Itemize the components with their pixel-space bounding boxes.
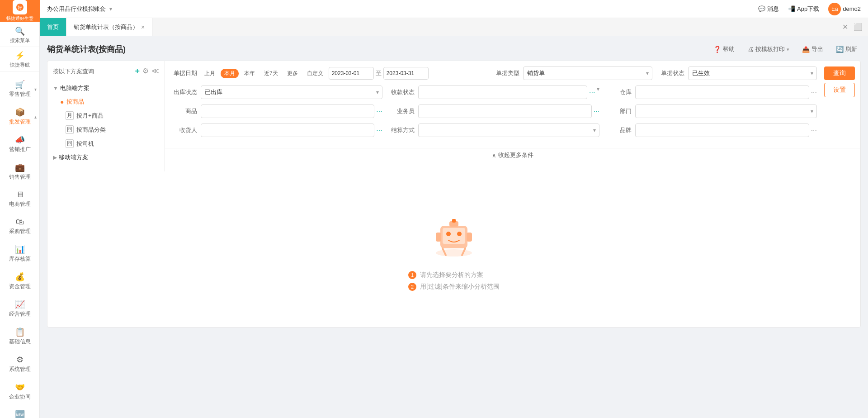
help-icon: ❓ <box>713 46 721 53</box>
message-label: 消息 <box>767 5 779 13</box>
sidebar-item-label: 零售管理 <box>9 90 31 98</box>
brand-more-icon[interactable]: ··· <box>811 126 817 134</box>
payment-label: 收款状态 <box>390 88 415 96</box>
topbar-arrow[interactable]: ▾ <box>109 6 112 12</box>
date-tab-this-month[interactable]: 本月 <box>221 69 239 78</box>
type-dropdown-wrapper: ▾ <box>523 66 652 80</box>
product-more-icon[interactable]: ··· <box>376 107 382 115</box>
app-download-btn[interactable]: 📲 App下载 <box>788 5 819 13</box>
sidebar-item-sales[interactable]: 💼 销售管理 <box>0 158 39 185</box>
sales-more-icon[interactable]: ··· <box>594 107 599 115</box>
date-tab-more[interactable]: 更多 <box>283 69 302 78</box>
message-btn[interactable]: 💬 消息 <box>758 5 779 13</box>
mobile-group-header[interactable]: ▶ 移动端方案 <box>47 151 165 164</box>
brand-input[interactable] <box>635 124 809 137</box>
type-dropdown[interactable] <box>523 66 652 80</box>
collapse-sidebar-btn[interactable]: ≪ <box>151 66 159 76</box>
action-buttons: 查询 设置 <box>824 61 860 148</box>
desktop-group-label: 电脑端方案 <box>60 84 90 92</box>
app-name: 畅捷通好生意 <box>6 15 33 22</box>
payment-method-dropdown[interactable] <box>418 124 600 137</box>
date-tab-7days[interactable]: 近7天 <box>260 69 282 78</box>
tab-home[interactable]: 首页 <box>40 18 66 36</box>
refresh-btn[interactable]: 🔄 刷新 <box>832 43 861 55</box>
sidebar-quick-nav[interactable]: ⚡ 快捷导航 <box>0 47 39 71</box>
receiver-more-icon[interactable]: ··· <box>376 126 382 134</box>
brand-label: 品牌 <box>607 126 632 134</box>
tab-close-btn[interactable]: × <box>141 24 145 30</box>
svg-rect-10 <box>467 233 472 242</box>
tip-num-2: 2 <box>408 283 416 291</box>
tab-sales-stats[interactable]: 销货单统计表（按商品） × <box>66 18 152 36</box>
sidebar-item-corp[interactable]: 🤝 企业协同 <box>0 378 39 405</box>
date-tab-this-year[interactable]: 本年 <box>241 69 259 78</box>
filter-subitem-by-machine[interactable]: 回 按司机 <box>47 137 165 151</box>
status-dropdown[interactable] <box>688 66 817 80</box>
help-btn[interactable]: ❓ 帮助 <box>710 43 738 55</box>
mobile-group-label: 移动端方案 <box>59 153 88 162</box>
sidebar-item-basic[interactable]: 📋 基础信息 <box>0 323 39 350</box>
sidebar-search[interactable]: 🔍 搜索菜单 <box>0 22 39 47</box>
date-from-input[interactable] <box>329 67 374 80</box>
user-avatar: Ea <box>828 3 841 15</box>
sidebar-item-inventory[interactable]: 📊 库存核算 <box>0 240 39 267</box>
export-btn[interactable]: 📤 导出 <box>798 43 827 55</box>
template-print-btn[interactable]: 🖨 按模板打印 ▾ <box>744 43 793 55</box>
app-download-label: App下载 <box>797 5 819 13</box>
filter-row-1: 单据日期 上月 本月 本年 近7天 更多 自定义 <box>172 66 817 80</box>
sidebar-item-label: 企业协同 <box>9 393 31 401</box>
desktop-group-header[interactable]: ▼ 电脑端方案 <box>47 81 165 95</box>
sidebar-item-finance[interactable]: 💰 资金管理 <box>0 267 39 295</box>
sidebar-item-marketing[interactable]: 📣 营销推广 <box>0 130 39 158</box>
item-circle-icon: ● <box>60 98 64 105</box>
topbar-title: 办公用品行业模拟账套 <box>47 5 106 13</box>
sidebar-item-guide[interactable]: 🆕 新手引导 <box>0 405 39 418</box>
collapse-bar[interactable]: ∧ 收起更多条件 <box>165 148 860 162</box>
month-icon: 月 <box>66 111 74 120</box>
date-range-picker: 上月 本月 本年 近7天 更多 自定义 至 <box>201 67 487 80</box>
add-scheme-btn[interactable]: + <box>135 66 140 76</box>
svg-point-5 <box>446 232 451 236</box>
panel-body: 按以下方案查询 + ⚙ ≪ ▼ 电脑端方案 <box>47 61 860 171</box>
dept-dropdown[interactable] <box>635 104 817 118</box>
sidebar-item-operation[interactable]: 📈 经营管理 <box>0 295 39 323</box>
sidebar-item-system[interactable]: ⚙ 系统管理 <box>0 350 39 378</box>
date-tab-last-month[interactable]: 上月 <box>201 69 219 78</box>
warehouse-more-icon[interactable]: ··· <box>811 88 817 96</box>
tabs-bar: 首页 销货单统计表（按商品） × ✕ ⬜ <box>40 18 868 36</box>
avatar-initials: Ea <box>831 6 838 12</box>
tip-text-2: 用[过滤]条件来缩小分析范围 <box>420 283 500 291</box>
filter-form-row-wrapper: 单据日期 上月 本月 本年 近7天 更多 自定义 <box>165 61 860 148</box>
product-input[interactable] <box>201 104 374 118</box>
sidebar-item-purchase[interactable]: 🛍 采购管理 <box>0 213 39 240</box>
settings-button[interactable]: 设置 <box>824 83 855 97</box>
date-tab-custom[interactable]: 自定义 <box>303 69 327 78</box>
export-label: 导出 <box>811 45 823 53</box>
arrow-icon: ▾ <box>34 86 37 91</box>
date-to-input[interactable] <box>383 67 429 80</box>
tab-close-window-icon[interactable]: ✕ <box>840 21 850 33</box>
tab-maximize-icon[interactable]: ⬜ <box>852 21 864 33</box>
filter-item-by-product[interactable]: ● 按商品 <box>47 95 165 109</box>
filter-subitem-by-month-product[interactable]: 月 按月+商品 <box>47 109 165 123</box>
user-menu[interactable]: Ea demo2 <box>828 3 861 15</box>
outbound-dropdown[interactable] <box>201 86 382 99</box>
query-button[interactable]: 查询 <box>824 66 855 80</box>
filter-subitem-by-category[interactable]: 回 按商品分类 <box>47 123 165 137</box>
logo-icon: 好 <box>13 0 27 14</box>
finance-icon: 💰 <box>15 272 25 282</box>
sidebar: 好 畅捷通好生意 🔍 搜索菜单 ⚡ 快捷导航 🛒 零售管理 ▾ 📦 批发管理 ▴… <box>0 0 40 418</box>
warehouse-input[interactable] <box>635 86 809 99</box>
warehouse-label: 仓库 <box>607 88 632 96</box>
sidebar-item-wholesale[interactable]: 📦 批发管理 ▴ <box>0 103 39 130</box>
edit-scheme-btn[interactable]: ⚙ <box>142 66 149 76</box>
receiver-input[interactable] <box>201 124 374 137</box>
export-icon: 📤 <box>802 46 810 53</box>
sales-input[interactable] <box>418 104 592 118</box>
filter-tree-desktop-group: ▼ 电脑端方案 ● 按商品 月 按月+商品 <box>47 81 165 151</box>
product-input-wrapper: ··· <box>201 104 382 118</box>
sidebar-item-retail[interactable]: 🛒 零售管理 ▾ <box>0 75 39 103</box>
sidebar-item-ecommerce[interactable]: 🖥 电商管理 <box>0 185 39 213</box>
payment-more-icon[interactable]: ··· <box>589 88 595 96</box>
payment-input[interactable] <box>418 86 587 99</box>
